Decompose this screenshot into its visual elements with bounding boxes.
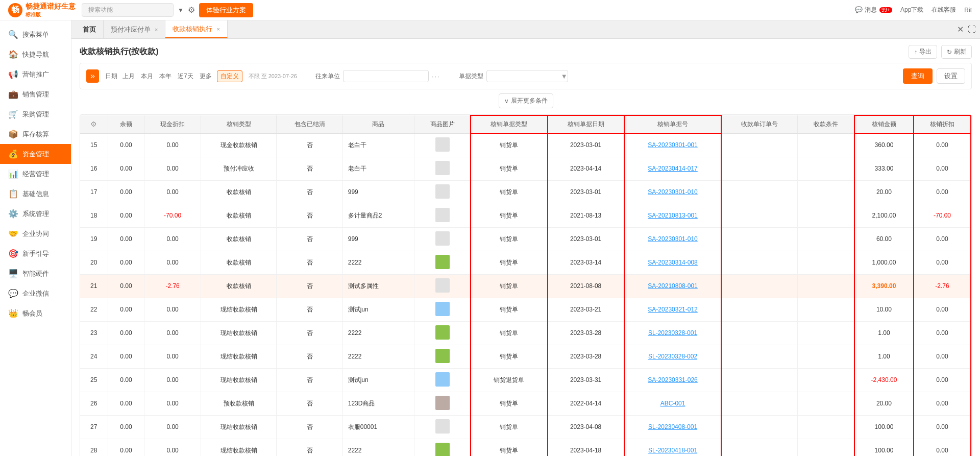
sidebar-item-member[interactable]: 👑 畅会员 — [0, 303, 71, 323]
app-logo: 畅 畅捷通谱好生意 标准版 — [8, 2, 76, 18]
query-button[interactable]: 查询 — [903, 68, 933, 84]
sidebar-item-operation[interactable]: 📊 经营管理 — [0, 164, 71, 184]
td-verify-bill-no[interactable]: SA-20230301-010 — [624, 227, 722, 251]
top-bar-right: 💬 消息 99+ App下载 在线客服 Rit — [855, 6, 972, 14]
td-verify-amount: 2,100.00 — [854, 204, 914, 227]
td-balance: 0.00 — [108, 439, 144, 456]
td-verify-amount: 1,000.00 — [854, 251, 914, 274]
td-verify-discount: 0.00 — [914, 227, 971, 251]
search-dropdown-icon[interactable]: ▼ — [178, 7, 184, 14]
message-icon[interactable]: 💬 消息 99+ — [855, 6, 892, 14]
tab-close-all-icon[interactable]: ✕ — [957, 25, 964, 34]
td-verify-bill-no[interactable]: SA-20210808-001 — [624, 274, 722, 298]
td-balance: 0.00 — [108, 415, 144, 439]
refresh-button[interactable]: ↻ 刷新 — [941, 45, 972, 59]
td-verify-bill-no[interactable]: SA-20230331-026 — [624, 368, 722, 392]
td-include-settled: 否 — [277, 204, 342, 227]
page-header: 收款核销执行(按收款) ↑ 导出 ↻ 刷新 — [80, 39, 972, 63]
td-verify-bill-type: 销货单 — [471, 439, 547, 456]
table-row: 27 0.00 0.00 现结收款核销 否 衣服00001 销货单 2023-0… — [80, 415, 971, 439]
td-verify-bill-no[interactable]: SA-20210813-001 — [624, 204, 722, 227]
td-verify-discount: 0.00 — [914, 180, 971, 204]
td-verify-amount: 100.00 — [854, 415, 914, 439]
industry-btn[interactable]: 体验行业方案 — [199, 3, 253, 17]
expand-more-button[interactable]: ∨ 展开更多条件 — [499, 93, 553, 108]
tab-bar: 首页 预付冲应付单 × 收款核销执行 × ✕ ⛶ — [71, 20, 980, 39]
td-verify-bill-date: 2023-03-01 — [548, 180, 624, 204]
sidebar-item-basic-info[interactable]: 📋 基础信息 — [0, 184, 71, 204]
filter-date-this-month[interactable]: 本月 — [139, 71, 155, 82]
td-verify-bill-type: 销货单 — [471, 133, 547, 157]
sidebar-item-inventory[interactable]: 📦 库存核算 — [0, 124, 71, 144]
td-verify-bill-no[interactable]: SA-20230314-008 — [624, 251, 722, 274]
sidebar-item-finance[interactable]: 💰 资金管理 — [0, 144, 71, 164]
td-receipt-order-no — [721, 204, 797, 227]
search-box[interactable]: 搜索功能 — [82, 3, 174, 17]
gear-icon[interactable]: ⚙ — [188, 5, 195, 15]
sidebar-item-newbie[interactable]: 🎯 新手引导 — [0, 244, 71, 263]
td-verify-bill-type: 销货单 — [471, 274, 547, 298]
filter-settings-button[interactable]: 设置 — [937, 68, 965, 84]
filter-date-more[interactable]: 更多 — [198, 71, 214, 82]
sidebar-item-wechat[interactable]: 💬 企业微信 — [0, 283, 71, 303]
td-no: 25 — [80, 368, 108, 392]
main-content: 首页 预付冲应付单 × 收款核销执行 × ✕ ⛶ 收款核销执行(按收款) — [71, 20, 980, 456]
sidebar-item-purchase[interactable]: 🛒 采购管理 — [0, 104, 71, 124]
sidebar-item-search[interactable]: 🔍 搜索菜单 — [0, 25, 71, 44]
td-receipt-condition — [798, 439, 854, 456]
filter-date-this-year[interactable]: 本年 — [157, 71, 174, 82]
online-service-link[interactable]: 在线客服 — [932, 6, 956, 14]
td-verify-type: 预付冲应收 — [201, 157, 277, 180]
td-receipt-condition — [798, 345, 854, 368]
tab-maximize-icon[interactable]: ⛶ — [968, 25, 976, 34]
filter-party-input[interactable] — [343, 70, 429, 82]
td-verify-bill-no[interactable]: SL-20230328-001 — [624, 321, 722, 345]
tab-receipt-verify-close-icon[interactable]: × — [216, 26, 219, 32]
sidebar-item-sales[interactable]: 💼 销售管理 — [0, 84, 71, 104]
sidebar-item-quicknav[interactable]: 🏠 快捷导航 — [0, 44, 71, 64]
td-verify-bill-type: 销货单 — [471, 157, 547, 180]
td-verify-bill-date: 2023-03-14 — [548, 251, 624, 274]
td-verify-type: 收款核销 — [201, 227, 277, 251]
td-verify-bill-no[interactable]: SL-20230408-001 — [624, 415, 722, 439]
td-goods-img — [414, 227, 471, 251]
td-include-settled: 否 — [277, 274, 342, 298]
td-verify-bill-no[interactable]: SA-20230321-012 — [624, 298, 722, 321]
sidebar-item-hardware[interactable]: 🖥️ 智能硬件 — [0, 263, 71, 283]
filter-expand-button[interactable]: » — [86, 69, 99, 83]
sidebar-item-marketing[interactable]: 📢 营销推广 — [0, 64, 71, 84]
page-title: 收款核销执行(按收款) — [80, 46, 159, 57]
td-verify-bill-no[interactable]: SL-20230328-002 — [624, 345, 722, 368]
sidebar-item-enterprise[interactable]: 🤝 企业协同 — [0, 224, 71, 244]
filter-date-7days[interactable]: 近7天 — [176, 71, 195, 82]
filter-receipt-type-select[interactable] — [486, 70, 568, 82]
filter-bar: » 日期 上月 本月 本年 近7天 更多 自定义 不限 至 2023-07-26 — [80, 63, 972, 89]
td-verify-bill-no[interactable]: SA-20230414-017 — [624, 157, 722, 180]
td-verify-type: 收款核销 — [201, 204, 277, 227]
tab-receipt-verify[interactable]: 收款核销执行 × — [165, 20, 227, 38]
logo-icon: 畅 — [8, 3, 22, 17]
purchase-icon: 🛒 — [8, 109, 18, 119]
tab-home[interactable]: 首页 — [76, 20, 104, 38]
tab-prepay-close-icon[interactable]: × — [155, 27, 158, 33]
td-receipt-order-no — [721, 133, 797, 157]
td-balance: 0.00 — [108, 298, 144, 321]
td-receipt-order-no — [721, 274, 797, 298]
tab-prepay[interactable]: 预付冲应付单 × — [104, 20, 165, 38]
filter-date-last-month[interactable]: 上月 — [120, 71, 137, 82]
app-download-link[interactable]: App下载 — [900, 6, 923, 14]
td-include-settled: 否 — [277, 251, 342, 274]
td-verify-bill-no[interactable]: SA-20230301-010 — [624, 180, 722, 204]
td-cash-discount: 0.00 — [144, 345, 201, 368]
data-table: ⚙ 余额 现金折扣 核销类型 包含已结清 商品 商品图片 核销单据类型 核销单据… — [80, 115, 971, 456]
wechat-icon: 💬 — [8, 289, 18, 298]
td-verify-bill-no[interactable]: SL-20230418-001 — [624, 439, 722, 456]
td-verify-bill-no[interactable]: SA-20230301-001 — [624, 133, 722, 157]
sidebar-item-system[interactable]: ⚙️ 系统管理 — [0, 204, 71, 224]
td-verify-bill-no[interactable]: ABC-001 — [624, 392, 722, 415]
td-no: 21 — [80, 274, 108, 298]
th-settings[interactable]: ⚙ — [80, 115, 108, 133]
export-button[interactable]: ↑ 导出 — [909, 45, 937, 59]
filter-custom-badge[interactable]: 自定义 — [217, 70, 242, 82]
th-goods-img: 商品图片 — [414, 115, 471, 133]
